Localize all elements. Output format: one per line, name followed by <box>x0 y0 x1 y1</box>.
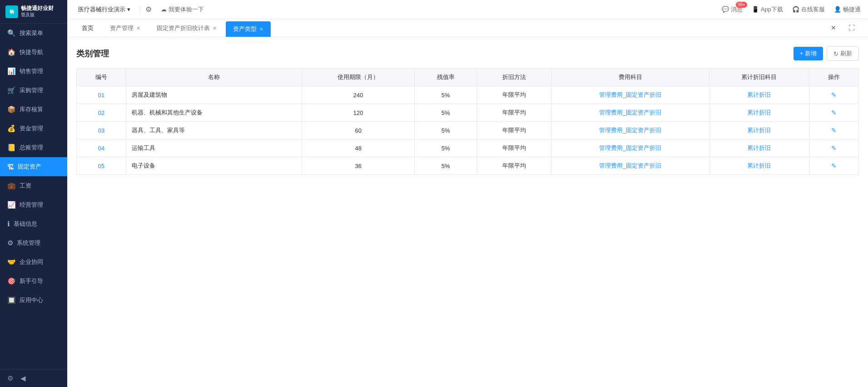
sidebar-item-inventory[interactable]: 📦 库存核算 <box>0 100 67 119</box>
sidebar-item-purchase[interactable]: 🛒 采购管理 <box>0 81 67 100</box>
logo-version: 普及版 <box>21 12 54 18</box>
cell-method: 年限平均 <box>477 122 552 139</box>
cell-action[interactable]: ✎ <box>809 139 858 157</box>
sidebar-item-guide[interactable]: 🎯 新手引导 <box>0 272 67 291</box>
cell-expense: 管理费用_固定资产折旧 <box>551 122 709 139</box>
feedback-icon: ☁ <box>161 6 167 13</box>
cell-action[interactable]: ✎ <box>809 122 858 139</box>
customer-service-label: 在线客服 <box>801 5 825 14</box>
top-header: 医疗器械行业演示 ▾ ⚙ ☁ 我要体验一下 💬 消息 99+ 📱 App下载 🎧… <box>67 0 868 19</box>
header-right: 💬 消息 99+ 📱 App下载 🎧 在线客服 👤 畅捷通 <box>722 5 861 14</box>
user-button[interactable]: 👤 畅捷通 <box>834 5 861 14</box>
sidebar-item-sales[interactable]: 📊 销售管理 <box>0 62 67 81</box>
user-label: 畅捷通 <box>843 5 861 14</box>
edit-icon[interactable]: ✎ <box>831 162 837 169</box>
table-row: 04 运输工具 48 5% 年限平均 管理费用_固定资产折旧 累计折旧 ✎ <box>77 139 859 157</box>
sidebar-item-system[interactable]: ⚙ 系统管理 <box>0 233 67 253</box>
sidebar-item-basic-info[interactable]: ℹ 基础信息 <box>0 214 67 233</box>
page-title: 类别管理 <box>76 48 109 59</box>
sales-icon: 📊 <box>7 67 16 75</box>
tab-asset-type[interactable]: 资产类型 ✕ <box>226 21 271 37</box>
logo-name: 畅捷通好业财 <box>21 5 54 12</box>
sidebar-item-enterprise[interactable]: 🤝 企业协同 <box>0 253 67 272</box>
edit-icon[interactable]: ✎ <box>831 91 837 99</box>
col-expense: 费用科目 <box>551 69 709 86</box>
tab-depreciation-table[interactable]: 固定资产折旧统计表 ✕ <box>149 20 224 37</box>
tab-home[interactable]: 首页 <box>74 20 101 37</box>
settings-gear-icon[interactable]: ⚙ <box>145 5 152 14</box>
company-name: 医疗器械行业演示 <box>78 5 125 14</box>
cell-method: 年限平均 <box>477 139 552 157</box>
cell-name: 电子设备 <box>126 157 302 175</box>
operations-icon: 📈 <box>7 201 16 209</box>
company-selector[interactable]: 医疗器械行业演示 ▾ <box>74 4 134 15</box>
system-icon: ⚙ <box>7 239 13 247</box>
sidebar-item-ledger[interactable]: 📒 总账管理 <box>0 138 67 157</box>
cell-period: 36 <box>302 157 415 175</box>
table-header-row: 编号 名称 使用期限（月） 残值率 折旧方法 费用科目 累计折旧科目 操作 <box>77 69 859 86</box>
service-icon: 🎧 <box>792 6 799 13</box>
tab-depreciation-label: 固定资产折旧统计表 <box>157 24 210 32</box>
tab-asset-type-label: 资产类型 <box>233 25 257 33</box>
cell-action[interactable]: ✎ <box>809 157 858 175</box>
app-center-icon: 🔲 <box>7 296 16 304</box>
cell-id: 02 <box>77 104 126 122</box>
tab-asset-management[interactable]: 资产管理 ✕ <box>103 20 148 37</box>
settings-icon[interactable]: ⚙ <box>7 374 13 382</box>
content-area: 类别管理 + 新增 ↻ 刷新 编号 名称 使用期限（月） 残值率 折旧方法 费用… <box>67 37 868 387</box>
sidebar-item-operations[interactable]: 📈 经营管理 <box>0 195 67 214</box>
cell-period: 48 <box>302 139 415 157</box>
feedback-label: 我要体验一下 <box>169 5 204 14</box>
tab-asset-management-close[interactable]: ✕ <box>136 25 140 31</box>
sidebar-item-quick-nav[interactable]: 🏠 快捷导航 <box>0 43 67 62</box>
collapse-icon[interactable]: ◀ <box>20 374 26 382</box>
cell-method: 年限平均 <box>477 104 552 122</box>
cell-residual: 5% <box>415 157 477 175</box>
cell-name: 机器、机械和其他生产设备 <box>126 104 302 122</box>
sidebar-item-fixed-assets[interactable]: 🏗 固定资产 <box>0 157 67 176</box>
refresh-button[interactable]: ↻ 刷新 <box>827 46 859 61</box>
cell-accumulated: 累计折旧 <box>709 86 809 104</box>
refresh-label: 刷新 <box>840 50 852 58</box>
cell-method: 年限平均 <box>477 157 552 175</box>
funds-icon: 💰 <box>7 124 16 133</box>
page-actions: + 新增 ↻ 刷新 <box>794 46 859 61</box>
tab-asset-type-close[interactable]: ✕ <box>259 26 263 32</box>
window-maximize-button[interactable]: ⛶ <box>843 19 861 37</box>
cell-period: 60 <box>302 122 415 139</box>
cell-accumulated: 累计折旧 <box>709 157 809 175</box>
app-download-label: App下载 <box>761 5 783 14</box>
basic-info-icon: ℹ <box>7 220 10 228</box>
header-divider <box>139 5 140 14</box>
app-download-button[interactable]: 📱 App下载 <box>752 5 783 14</box>
edit-icon[interactable]: ✎ <box>831 127 837 134</box>
message-button[interactable]: 💬 消息 99+ <box>722 5 743 14</box>
cell-action[interactable]: ✎ <box>809 104 858 122</box>
fixed-assets-icon: 🏗 <box>7 163 14 171</box>
sidebar-item-app-center[interactable]: 🔲 应用中心 <box>0 291 67 310</box>
cell-id: 05 <box>77 157 126 175</box>
feedback-button[interactable]: ☁ 我要体验一下 <box>161 5 204 14</box>
customer-service-button[interactable]: 🎧 在线客服 <box>792 5 825 14</box>
cell-action[interactable]: ✎ <box>809 86 858 104</box>
tab-depreciation-close[interactable]: ✕ <box>213 25 217 31</box>
edit-icon[interactable]: ✎ <box>831 144 837 152</box>
sidebar-item-funds[interactable]: 💰 资金管理 <box>0 119 67 138</box>
cell-period: 240 <box>302 86 415 104</box>
table-row: 05 电子设备 36 5% 年限平均 管理费用_固定资产折旧 累计折旧 ✎ <box>77 157 859 175</box>
tab-asset-management-label: 资产管理 <box>110 24 134 32</box>
cell-residual: 5% <box>415 139 477 157</box>
enterprise-icon: 🤝 <box>7 258 16 266</box>
edit-icon[interactable]: ✎ <box>831 109 837 116</box>
window-close-button[interactable]: ✕ <box>824 19 843 37</box>
new-button[interactable]: + 新增 <box>794 47 823 60</box>
main-area: 医疗器械行业演示 ▾ ⚙ ☁ 我要体验一下 💬 消息 99+ 📱 App下载 🎧… <box>67 0 868 387</box>
cell-id: 04 <box>77 139 126 157</box>
inventory-icon: 📦 <box>7 105 16 114</box>
table-row: 02 机器、机械和其他生产设备 120 5% 年限平均 管理费用_固定资产折旧 … <box>77 104 859 122</box>
col-accumulated: 累计折旧科目 <box>709 69 809 86</box>
sidebar-nav: 🔍 搜索菜单 🏠 快捷导航 📊 销售管理 🛒 采购管理 📦 库存核算 💰 资金管… <box>0 24 67 369</box>
sidebar-item-salary[interactable]: 💼 工资 <box>0 176 67 195</box>
message-icon: 💬 <box>722 6 729 13</box>
sidebar-item-search[interactable]: 🔍 搜索菜单 <box>0 24 67 43</box>
